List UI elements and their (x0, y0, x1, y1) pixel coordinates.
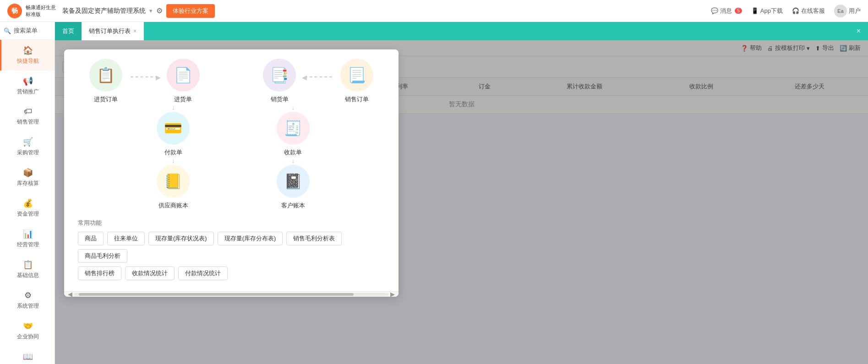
common-func-section: 常用功能 商品 往来单位 现存量(库存状况表) 现存量(库存分布表) 销售毛利分… (64, 214, 399, 291)
sales-order-circle[interactable]: 📃 (340, 59, 373, 92)
dropdown-arrow-icon[interactable]: ▾ (149, 7, 153, 14)
flow-node-receipt-bill[interactable]: 🧾 收款单 (264, 112, 322, 157)
flow-node-purchase-bill[interactable]: 📄 进货单 (160, 59, 206, 103)
enterprise-icon: 🤝 (23, 321, 33, 331)
download-icon: 📱 (751, 7, 759, 14)
sidebar: 🔍 搜索菜单 🏠 快捷导航 📢 营销推广 🏷 销售管理 🛒 采购管理 📦 库存核… (0, 22, 55, 364)
purchase-bill-circle[interactable]: 📄 (167, 59, 200, 92)
supplier-ledger-label: 供应商账本 (158, 201, 188, 210)
tab-close-icon[interactable]: × (133, 28, 136, 34)
avatar: Ea (834, 5, 847, 17)
modal-box: 📋 进货订单 ▶ 📄 (64, 49, 399, 297)
sidebar-item-purchase[interactable]: 🛒 采购管理 (0, 131, 55, 162)
payment-bill-label: 付款单 (164, 148, 182, 157)
customer-ledger-label: 客户账本 (281, 201, 305, 210)
func-btn-sales-ranking[interactable]: 销售排行榜 (78, 266, 121, 280)
purchase-order-circle[interactable]: 📋 (89, 59, 122, 92)
window-close-icon[interactable]: × (857, 27, 868, 35)
inventory-icon: 📦 (23, 168, 33, 178)
sales-bill-label: 销货单 (271, 95, 289, 103)
func-btn-receipt-stats[interactable]: 收款情况统计 (125, 266, 175, 280)
service-icon: 🎧 (792, 7, 799, 14)
common-func-title: 常用功能 (78, 219, 385, 227)
logo-icon: 畅 (7, 4, 22, 18)
purchase-order-label: 进货订单 (94, 95, 118, 103)
flow-node-payment-bill[interactable]: 💳 付款单 (144, 112, 202, 157)
user-item[interactable]: Ea 用户 (834, 5, 861, 17)
receipt-bill-circle[interactable]: 🧾 (277, 112, 310, 145)
sidebar-item-quick-nav[interactable]: 🏠 快捷导航 (0, 40, 55, 71)
func-buttons-row1: 商品 往来单位 现存量(库存状况表) 现存量(库存分布表) 销售毛利分析表 商品… (78, 232, 385, 263)
sidebar-item-inventory[interactable]: 📦 库存核算 (0, 162, 55, 193)
header-right: 💬 消息 5 📱 App下载 🎧 在线客服 Ea 用户 (711, 5, 861, 17)
scroll-left-arrow[interactable]: ◀ (66, 291, 74, 297)
sales-order-label: 销售订单 (345, 95, 369, 103)
operations-icon: 📊 (23, 229, 33, 239)
scrollbar-thumb[interactable] (79, 293, 354, 296)
logo-area: 畅 畅康通好生意 标准版 (7, 4, 62, 18)
supplier-ledger-circle[interactable]: 📒 (157, 165, 190, 198)
app-download-item[interactable]: 📱 App下载 (751, 7, 783, 15)
message-item[interactable]: 💬 消息 5 (711, 7, 742, 15)
sidebar-item-basic-info[interactable]: 📋 基础信息 (0, 254, 55, 285)
basic-info-icon: 📋 (23, 260, 33, 270)
scrollbar-track[interactable] (74, 293, 388, 296)
flow-node-supplier-ledger[interactable]: 📒 供应商账本 (144, 165, 202, 210)
beginner-icon: 📖 (23, 352, 33, 362)
experience-button[interactable]: 体验行业方案 (166, 4, 215, 18)
scroll-right-arrow[interactable]: ▶ (388, 291, 397, 297)
payment-bill-circle[interactable]: 💳 (157, 112, 190, 145)
main-layout: 🔍 搜索菜单 🏠 快捷导航 📢 营销推广 🏷 销售管理 🛒 采购管理 📦 库存核… (0, 22, 868, 364)
flow-section: 📋 进货订单 ▶ 📄 (64, 49, 399, 214)
func-buttons-row2: 销售排行榜 收款情况统计 付款情况统计 (78, 266, 385, 280)
sidebar-item-finance[interactable]: 💰 资金管理 (0, 193, 55, 223)
message-badge: 5 (735, 8, 742, 14)
flow-node-customer-ledger[interactable]: 📓 客户账本 (264, 165, 322, 210)
flow-node-purchase-order[interactable]: 📋 进货订单 (82, 59, 129, 103)
purchase-icon: 🛒 (23, 137, 33, 147)
system-title-area: 装备及固定资产辅助管理系统 ▾ ⚙ 体验行业方案 (62, 4, 711, 18)
message-icon: 💬 (711, 7, 718, 14)
func-btn-product-profit[interactable]: 商品毛利分析 (78, 249, 127, 263)
modal-overlay[interactable]: 📋 进货订单 ▶ 📄 (55, 40, 868, 364)
purchase-bill-label: 进货单 (174, 95, 192, 103)
receipt-bill-label: 收款单 (284, 148, 302, 157)
content-area: 首页 销售订单执行表 × × ❓ 帮助 🖨 按模板打印 ▾ (55, 22, 868, 364)
logo-text: 畅康通好生意 标准版 (26, 4, 56, 17)
home-icon: 🏠 (23, 45, 33, 55)
tab-sales-order-exec[interactable]: 销售订单执行表 × (82, 22, 144, 40)
sidebar-item-marketing[interactable]: 📢 营销推广 (0, 71, 55, 101)
sidebar-item-operations[interactable]: 📊 经营管理 (0, 223, 55, 254)
search-icon: 🔍 (4, 27, 11, 34)
func-btn-sales-profit[interactable]: 销售毛利分析表 (286, 232, 342, 245)
sidebar-search[interactable]: 🔍 搜索菜单 (0, 22, 55, 40)
sidebar-item-system[interactable]: ⚙ 系统管理 (0, 285, 55, 315)
flow-node-sales-order[interactable]: 📃 销售订单 (334, 59, 380, 103)
sidebar-item-sales[interactable]: 🏷 销售管理 (0, 101, 55, 131)
system-icon: ⚙ (24, 290, 32, 300)
sidebar-item-beginner[interactable]: 📖 新手引导 (0, 346, 55, 364)
system-title: 装备及固定资产辅助管理系统 (62, 7, 146, 15)
func-btn-partners[interactable]: 往来单位 (107, 232, 145, 245)
gear-button[interactable]: ⚙ (156, 6, 163, 15)
page-content: ❓ 帮助 🖨 按模板打印 ▾ ⬆ 导出 🔄 刷新 (55, 40, 868, 364)
tab-home[interactable]: 首页 (55, 22, 82, 40)
func-btn-stock-dist[interactable]: 现存量(库存分布表) (218, 232, 283, 245)
func-btn-stock-status[interactable]: 现存量(库存状况表) (148, 232, 214, 245)
tab-bar: 首页 销售订单执行表 × × (55, 22, 868, 40)
customer-ledger-circle[interactable]: 📓 (277, 165, 310, 198)
top-header: 畅 畅康通好生意 标准版 装备及固定资产辅助管理系统 ▾ ⚙ 体验行业方案 💬 … (0, 0, 868, 22)
sidebar-item-enterprise[interactable]: 🤝 企业协同 (0, 315, 55, 346)
online-service-item[interactable]: 🎧 在线客服 (792, 7, 825, 15)
sales-icon: 🏷 (24, 107, 32, 116)
func-btn-payment-stats[interactable]: 付款情况统计 (178, 266, 228, 280)
sales-bill-circle[interactable]: 📑 (263, 59, 296, 92)
func-btn-product[interactable]: 商品 (78, 232, 104, 245)
flow-node-sales-bill[interactable]: 📑 销货单 (257, 59, 303, 103)
marketing-icon: 📢 (23, 76, 33, 86)
finance-icon: 💰 (23, 198, 33, 208)
modal-scrollbar: ◀ ▶ (64, 291, 399, 297)
